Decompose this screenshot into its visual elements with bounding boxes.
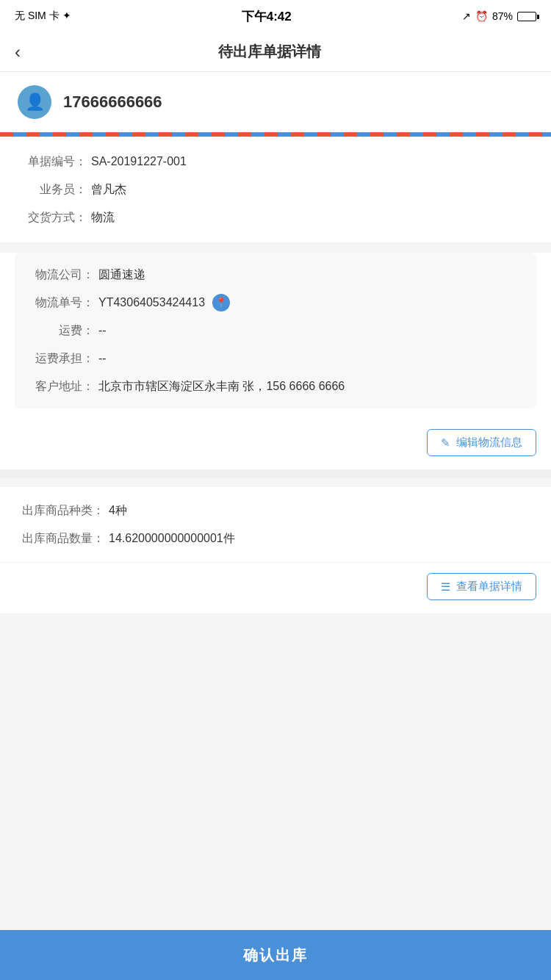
- salesman-label: 业务员：: [22, 181, 87, 198]
- order-info-section: 单据编号： SA-20191227-001 业务员： 曾凡杰 交货方式： 物流: [0, 137, 551, 242]
- edit-logistics-button[interactable]: ✎ 编辑物流信息: [427, 429, 536, 456]
- doc-no-label: 单据编号：: [22, 153, 87, 170]
- goods-type-label: 出库商品种类：: [22, 502, 104, 519]
- logistics-company-value: 圆通速递: [98, 266, 522, 284]
- doc-no-row: 单据编号： SA-20191227-001: [22, 153, 529, 170]
- doc-no-value: SA-20191227-001: [91, 153, 529, 170]
- bottom-space: [0, 613, 551, 716]
- goods-qty-value: 14.620000000000001件: [109, 530, 235, 547]
- back-button[interactable]: ‹: [15, 42, 21, 62]
- logistics-card: 物流公司： 圆通速递 物流单号： YT43064053424413 📍 运费： …: [15, 253, 536, 408]
- freight-bearer-value: --: [98, 350, 522, 367]
- goods-type-row: 出库商品种类： 4种: [22, 502, 529, 519]
- logistics-section: 物流公司： 圆通速递 物流单号： YT43064053424413 📍 运费： …: [0, 253, 551, 469]
- salesman-value: 曾凡杰: [91, 181, 529, 198]
- avatar-icon: 👤: [25, 93, 45, 112]
- logistics-company-row: 物流公司： 圆通速递: [29, 266, 522, 284]
- delivery-method-label: 交货方式：: [22, 209, 87, 226]
- salesman-row: 业务员： 曾凡杰: [22, 181, 529, 198]
- avatar: 👤: [18, 85, 51, 119]
- customer-phone: 17666666666: [63, 93, 162, 112]
- delivery-method-row: 交货方式： 物流: [22, 209, 529, 226]
- edit-btn-label: 编辑物流信息: [456, 436, 522, 450]
- nav-bar: ‹ 待出库单据详情: [0, 32, 551, 72]
- goods-section: 出库商品种类： 4种 出库商品数量： 14.620000000000001件: [0, 487, 551, 562]
- freight-row: 运费： --: [29, 322, 522, 339]
- view-detail-button[interactable]: ☰ 查看单据详情: [427, 573, 536, 600]
- confirm-btn-label: 确认出库: [243, 945, 308, 965]
- freight-label: 运费：: [29, 322, 94, 339]
- status-left: 无 SIM 卡 ✦: [15, 10, 71, 23]
- status-bar: 无 SIM 卡 ✦ 下午4:42 ↗ ⏰ 87%: [0, 0, 551, 32]
- detail-list-icon: ☰: [441, 580, 450, 594]
- section-gap: [0, 469, 551, 478]
- address-label: 客户地址：: [29, 378, 94, 395]
- address-value: 北京市市辖区海淀区永丰南 张，156 6666 6666: [98, 378, 522, 395]
- tracking-location-icon[interactable]: 📍: [212, 294, 230, 311]
- page-title: 待出库单据详情: [35, 42, 504, 62]
- goods-qty-label: 出库商品数量：: [22, 530, 104, 547]
- status-right: ↗ ⏰ 87%: [462, 10, 536, 22]
- logistics-tracking-value: YT43064053424413 📍: [98, 294, 522, 311]
- edit-icon: ✎: [441, 436, 450, 450]
- view-detail-btn-label: 查看单据详情: [456, 580, 522, 594]
- delivery-method-value: 物流: [91, 209, 529, 226]
- goods-type-value: 4种: [109, 502, 127, 519]
- view-detail-btn-row: ☰ 查看单据详情: [0, 562, 551, 613]
- goods-qty-row: 出库商品数量： 14.620000000000001件: [22, 530, 529, 547]
- alarm-icon: ⏰: [475, 10, 488, 22]
- freight-bearer-label: 运费承担：: [29, 350, 94, 367]
- status-time: 下午4:42: [242, 8, 292, 25]
- logistics-tracking-row: 物流单号： YT43064053424413 📍: [29, 294, 522, 311]
- confirm-btn-bar[interactable]: 确认出库: [0, 930, 551, 980]
- logistics-company-label: 物流公司：: [29, 266, 94, 284]
- freight-bearer-row: 运费承担： --: [29, 350, 522, 367]
- address-row: 客户地址： 北京市市辖区海淀区永丰南 张，156 6666 6666: [29, 378, 522, 395]
- battery-text: 87%: [492, 10, 513, 22]
- battery-icon: [517, 12, 536, 21]
- freight-value: --: [98, 322, 522, 339]
- customer-row: 👤 17666666666: [0, 72, 551, 132]
- logistics-tracking-label: 物流单号：: [29, 294, 94, 311]
- location-icon: ↗: [462, 10, 471, 22]
- edit-btn-row: ✎ 编辑物流信息: [0, 419, 551, 469]
